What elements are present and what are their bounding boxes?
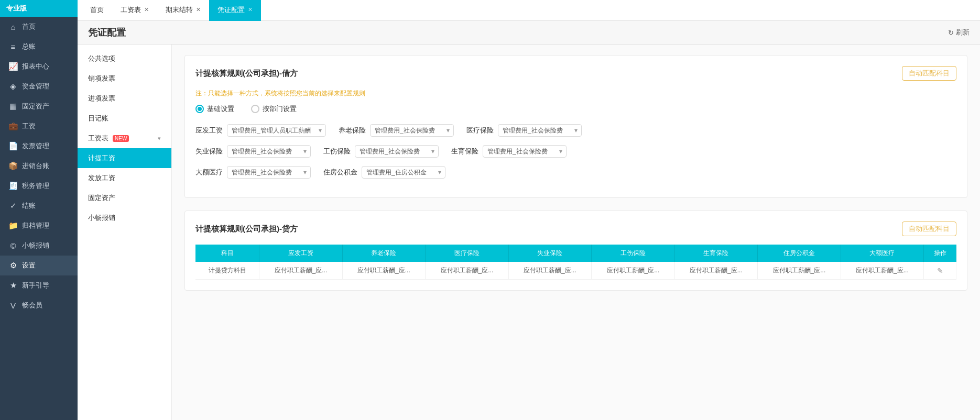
select-housing-fund[interactable]: 管理费用_住房公积金 [362, 166, 445, 179]
sidebar-item-vip[interactable]: V 畅会员 [0, 295, 78, 315]
sidebar-item-ledger[interactable]: ≡ 总账 [0, 37, 78, 57]
sidebar-item-archive[interactable]: 📁 归档管理 [0, 216, 78, 236]
settings-icon: ⚙ [8, 261, 18, 270]
sidebar-item-funds[interactable]: ◈ 资金管理 [0, 76, 78, 96]
tab-period-close[interactable]: 期末结转 ✕ [157, 0, 209, 21]
home-icon: ⌂ [8, 23, 18, 31]
sidebar-item-xiaochange[interactable]: © 小畅报销 [0, 236, 78, 256]
td-salary-val: 应付职工薪酬_应... [259, 262, 343, 280]
refresh-label: 刷新 [956, 28, 970, 37]
field-major-medical: 大额医疗 管理费用_社会保险费 [195, 166, 311, 179]
th-action: 操作 [924, 245, 956, 262]
sidebar-label-funds: 资金管理 [22, 82, 49, 91]
select-maternity[interactable]: 管理费用_社会保险费 [483, 145, 567, 158]
label-medical: 医疗保险 [466, 126, 494, 135]
reports-icon: 📈 [8, 62, 18, 71]
sidebar-item-guide[interactable]: ★ 新手引导 [0, 275, 78, 295]
auto-match-credit-button[interactable]: 自动匹配科目 [902, 222, 956, 236]
label-major-medical: 大额医疗 [195, 168, 223, 177]
new-badge: NEW [113, 135, 129, 142]
tab-salary-table-label: 工资表 [121, 5, 141, 15]
label-maternity: 生育保险 [451, 147, 478, 156]
left-nav-journal[interactable]: 日记账 [78, 108, 171, 128]
th-subject: 科目 [195, 245, 259, 262]
th-pension: 养老保险 [342, 245, 426, 262]
sidebar-item-tax[interactable]: 🧾 税务管理 [0, 176, 78, 196]
select-pension[interactable]: 管理费用_社会保险费 [370, 124, 454, 137]
refresh-button[interactable]: ↻ 刷新 [948, 28, 970, 37]
left-nav-purchase-invoice[interactable]: 进项发票 [78, 89, 171, 108]
sidebar-label-reports: 报表中心 [22, 62, 49, 71]
right-content: 计提核算规则(公司承担)-借方 自动匹配科目 注：只能选择一种方式，系统将按照您… [172, 45, 980, 420]
sidebar-label-settings: 设置 [22, 261, 36, 270]
sidebar-item-reports[interactable]: 📈 报表中心 [0, 57, 78, 76]
radio-dept[interactable]: 按部门设置 [251, 104, 297, 114]
select-salary[interactable]: 管理费用_管理人员职工薪酬 [227, 124, 326, 137]
left-nav-pay-salary[interactable]: 发放工资 [78, 168, 171, 188]
left-nav: 公共选项 销项发票 进项发票 日记账 工资表 NEW ▾ 计提工资 [78, 45, 172, 420]
sidebar-label-vip: 畅会员 [22, 301, 42, 310]
left-nav-journal-label: 日记账 [88, 114, 108, 123]
salary-icon: 💼 [8, 121, 18, 131]
radio-basic[interactable]: 基础设置 [195, 104, 234, 114]
edit-icon[interactable]: ✎ [937, 267, 943, 275]
field-salary: 应发工资 管理费用_管理人员职工薪酬 [195, 124, 326, 137]
field-injury: 工伤保险 管理费用_社会保险费 [323, 145, 439, 158]
select-injury[interactable]: 管理费用_社会保险费 [355, 145, 439, 158]
radio-basic-label: 基础设置 [207, 104, 234, 114]
sidebar-label-invoices: 发票管理 [22, 141, 49, 151]
field-medical: 医疗保险 管理费用_社会保险费 [466, 124, 582, 137]
sidebar-item-invoices[interactable]: 📄 发票管理 [0, 136, 78, 156]
assets-icon: ▦ [8, 102, 18, 111]
field-unemployment: 失业保险 管理费用_社会保险费 [195, 145, 311, 158]
tab-home[interactable]: 首页 [82, 0, 112, 21]
sidebar-label-guide: 新手引导 [22, 281, 49, 290]
chevron-down-icon: ▾ [158, 135, 161, 142]
sidebar-item-assets[interactable]: ▦ 固定资产 [0, 96, 78, 116]
left-nav-calc-salary[interactable]: 计提工资 [78, 148, 171, 168]
tab-period-close-close[interactable]: ✕ [196, 6, 201, 13]
left-nav-fixed-assets[interactable]: 固定资产 [78, 188, 171, 208]
auto-match-debit-button[interactable]: 自动匹配科目 [902, 66, 956, 81]
left-nav-salary-table[interactable]: 工资表 NEW ▾ [78, 128, 171, 148]
left-nav-petty-cash-label: 小畅报销 [88, 213, 115, 223]
sidebar-label-ledger: 总账 [22, 42, 36, 51]
left-nav-public[interactable]: 公共选项 [78, 49, 171, 69]
left-nav-sales-invoice-label: 销项发票 [88, 74, 115, 83]
left-nav-petty-cash[interactable]: 小畅报销 [78, 208, 171, 228]
sidebar-label-inventory: 进销台账 [22, 161, 49, 171]
select-major-medical[interactable]: 管理费用_社会保险费 [227, 166, 311, 179]
select-wrapper-medical: 管理费用_社会保险费 [498, 124, 582, 137]
left-nav-public-label: 公共选项 [88, 54, 115, 63]
left-nav-sales-invoice[interactable]: 销项发票 [78, 69, 171, 89]
label-housing-fund: 住房公积金 [323, 168, 357, 177]
sidebar-item-home[interactable]: ⌂ 首页 [0, 17, 78, 37]
td-action[interactable]: ✎ [924, 262, 956, 280]
select-medical[interactable]: 管理费用_社会保险费 [498, 124, 582, 137]
section-credit-title: 计提核算规则(公司承担)-贷方 [195, 224, 298, 234]
tab-voucher-config[interactable]: 凭证配置 ✕ [209, 0, 261, 21]
tab-voucher-config-close[interactable]: ✕ [248, 6, 253, 13]
tab-salary-table[interactable]: 工资表 ✕ [112, 0, 157, 21]
sidebar-item-closing[interactable]: ✓ 结账 [0, 196, 78, 216]
form-row-2: 失业保险 管理费用_社会保险费 工伤保险 管理费用_社会保险费 [195, 145, 956, 158]
sidebar-item-settings[interactable]: ⚙ 设置 [0, 256, 78, 275]
field-maternity: 生育保险 管理费用_社会保险费 [451, 145, 567, 158]
left-nav-calc-salary-label: 计提工资 [88, 153, 115, 163]
sidebar-item-salary[interactable]: 💼 工资 [0, 116, 78, 136]
sidebar-label-salary: 工资 [22, 121, 36, 131]
main-area: 首页 工资表 ✕ 期末结转 ✕ 凭证配置 ✕ 凭证配置 ↻ 刷新 公共选项 [78, 0, 980, 420]
section-debit: 计提核算规则(公司承担)-借方 自动匹配科目 注：只能选择一种方式，系统将按照您… [184, 55, 967, 198]
select-unemployment[interactable]: 管理费用_社会保险费 [227, 145, 311, 158]
select-wrapper-pension: 管理费用_社会保险费 [370, 124, 454, 137]
sidebar-label-xiaochange: 小畅报销 [22, 241, 49, 250]
select-wrapper-maternity: 管理费用_社会保险费 [483, 145, 567, 158]
tab-salary-table-close[interactable]: ✕ [144, 6, 149, 13]
select-wrapper-major-medical: 管理费用_社会保险费 [227, 166, 311, 179]
sidebar-item-inventory[interactable]: 📦 进销台账 [0, 156, 78, 176]
tab-voucher-config-label: 凭证配置 [217, 5, 245, 15]
sidebar-label-home: 首页 [22, 22, 36, 31]
form-row-3: 大额医疗 管理费用_社会保险费 住房公积金 管理费用_住房公积金 [195, 166, 956, 179]
th-salary: 应发工资 [259, 245, 343, 262]
inventory-icon: 📦 [8, 161, 18, 171]
